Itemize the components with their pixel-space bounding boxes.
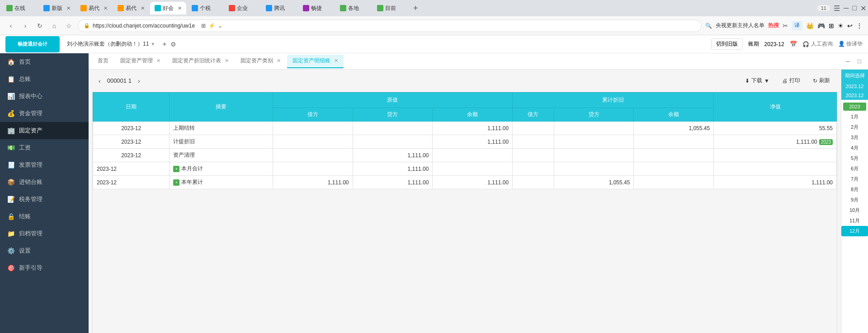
forward-btn[interactable]: › <box>20 20 31 31</box>
browser-tab-geshui[interactable]: 个税 <box>187 2 223 14</box>
brightness-icon[interactable]: ☀ <box>838 22 844 29</box>
url-bar[interactable]: 🔒 https://cloud.chanjet.com/accounting/u… <box>78 19 702 32</box>
tab-close-yidai1[interactable]: ✕ <box>104 5 108 11</box>
notification-count[interactable]: 11 <box>817 5 830 11</box>
browser-tab-new[interactable]: 新版 ✕ <box>39 2 75 14</box>
browser-tab-online[interactable]: 在线 <box>2 2 38 14</box>
app-tab-close-category[interactable]: ✕ <box>277 58 281 64</box>
refresh-btn[interactable]: ↻ 刷新 <box>809 75 834 86</box>
sidebar-item-archive[interactable]: 📁 归档管理 <box>0 225 89 242</box>
app-tab-close-depreciation[interactable]: ✕ <box>225 58 229 64</box>
col-accum-credit: 贷方 <box>554 108 634 122</box>
table-row: 2023-12 + 本月合计 1,111.00 <box>93 162 837 176</box>
browser-tab-qiye[interactable]: 企业 <box>224 2 260 14</box>
window-maximize-btn[interactable]: □ <box>854 56 864 66</box>
grid-icon[interactable]: ⊞ <box>829 22 834 29</box>
user-service-btn[interactable]: 🎧 人工咨询 <box>802 40 833 48</box>
browser-tab-yidai1[interactable]: 易代 ✕ <box>76 2 112 14</box>
tab-close-yidai2[interactable]: ✕ <box>141 5 145 11</box>
browser-menu-icon[interactable]: ☰ <box>834 4 840 13</box>
sidebar-item-home[interactable]: 🏠 首页 <box>0 53 89 70</box>
undo-icon[interactable]: ↩ <box>847 22 853 29</box>
boost-icon[interactable]: ⚡ <box>208 23 215 29</box>
next-page-btn[interactable]: › <box>135 76 143 85</box>
period-month-6[interactable]: 6月 <box>841 164 868 174</box>
sidebar-item-guide[interactable]: 🎯 新手引导 <box>0 259 89 277</box>
tab-close-new[interactable]: ✕ <box>66 5 71 11</box>
back-btn[interactable]: ‹ <box>5 20 16 31</box>
browser-maximize-btn[interactable]: □ <box>852 4 857 12</box>
sidebar-item-tax[interactable]: 📝 税务管理 <box>0 191 89 208</box>
browser-close-btn[interactable]: ✕ <box>860 4 866 13</box>
period-month-4[interactable]: 4月 <box>841 143 868 153</box>
sidebar-item-close[interactable]: 🔒 结账 <box>0 208 89 225</box>
period-month-5[interactable]: 5月 <box>841 153 868 164</box>
switch-version-btn[interactable]: 切到旧版 <box>711 38 743 50</box>
tab-close-haohui[interactable]: ✕ <box>178 5 182 11</box>
sidebar-item-reports[interactable]: 📊 报表中心 <box>0 88 89 105</box>
period-month-12[interactable]: 12月 <box>841 226 868 236</box>
prev-page-btn[interactable]: ‹ <box>96 76 104 85</box>
period-month-9[interactable]: 9月 <box>841 195 868 205</box>
window-minimize-btn[interactable]: ─ <box>843 56 853 66</box>
period-month-10[interactable]: 10月 <box>841 205 868 216</box>
cell-orig-balance: 1,111.00 <box>433 176 513 189</box>
tab-icon-geshui <box>192 5 198 11</box>
scissors-icon[interactable]: ✂ <box>783 22 788 29</box>
browser-tab-haohui[interactable]: 好会 ✕ <box>150 2 186 14</box>
bookmark-btn[interactable]: ☆ <box>63 20 74 31</box>
col-orig-credit: 贷方 <box>353 108 433 122</box>
sidebar-item-fixed[interactable]: 🏢 固定资产 <box>0 122 89 139</box>
print-btn[interactable]: 🖨 打印 <box>778 75 804 86</box>
translate-btn[interactable]: 译 <box>792 21 802 30</box>
period-month-8[interactable]: 8月 <box>841 184 868 195</box>
app-tab-home[interactable]: 首页 <box>92 55 114 68</box>
settings-cog-icon[interactable]: ⚙ <box>170 41 176 48</box>
app-tab-detail-ledger[interactable]: 固定资产明细账 ✕ <box>287 55 344 68</box>
period-month-7[interactable]: 7月 <box>841 174 868 184</box>
gamepad-icon[interactable]: 🎮 <box>817 22 825 29</box>
app-tab-close-detail-ledger[interactable]: ✕ <box>334 58 338 64</box>
expand-icon[interactable]: ⌄ <box>218 23 222 29</box>
page-num-text: 000001 <box>107 77 127 84</box>
download-btn[interactable]: ⬇ 下载 ▼ <box>741 75 773 86</box>
home-btn[interactable]: ⌂ <box>49 20 60 31</box>
cell-orig-credit <box>353 135 433 149</box>
sidebar-item-salary[interactable]: 💵 工资 <box>0 139 89 156</box>
app-tab-close-fixed-mgmt[interactable]: ✕ <box>156 58 160 64</box>
period-year-2023[interactable]: 2023 <box>843 103 866 111</box>
period-month-2[interactable]: 2月 <box>841 122 868 132</box>
reload-btn[interactable]: ↻ <box>34 20 45 31</box>
calendar-icon[interactable]: 📅 <box>790 41 797 47</box>
new-tab-btn[interactable]: + <box>413 4 418 13</box>
qr-icon[interactable]: ⊞ <box>201 23 206 29</box>
browser-tab-muqian[interactable]: 目前 <box>373 2 409 14</box>
cell-accum-debit <box>513 176 554 189</box>
app-tab-depreciation[interactable]: 固定资产折旧统计表 ✕ <box>167 55 234 68</box>
app-tab-category[interactable]: 固定资产类别 ✕ <box>235 55 286 68</box>
period-month-1[interactable]: 1月 <box>841 112 868 122</box>
cell-net-value: 1,111.00 <box>714 176 837 189</box>
browser-chrome: 在线 新版 ✕ 易代 ✕ 易代 ✕ 好会 ✕ 个税 企业 <box>0 0 868 35</box>
browser-tab-gedi[interactable]: 各地 <box>335 2 372 14</box>
sidebar-item-funds[interactable]: 💰 资金管理 <box>0 105 89 122</box>
browser-minimize-btn[interactable]: ─ <box>844 4 849 12</box>
browser-settings-icon[interactable]: ⋮ <box>856 22 863 29</box>
browser-tab-changjie[interactable]: 畅捷 <box>298 2 335 14</box>
user-avatar[interactable]: 👤 徐译华 <box>838 40 863 48</box>
app-tab-fixed-mgmt[interactable]: 固定资产管理 ✕ <box>115 55 166 68</box>
ledger-nav-row: ‹ 000001 1 › ⬇ 下载 ▼ <box>92 73 837 88</box>
sidebar-item-general[interactable]: 📋 总账 <box>0 70 89 88</box>
sidebar-item-invoice[interactable]: 🧾 发票管理 <box>0 156 89 174</box>
add-company-btn[interactable]: + <box>162 40 166 48</box>
crown-icon[interactable]: 👑 <box>806 22 814 29</box>
sidebar-item-inventory[interactable]: 📦 进销台账 <box>0 174 89 191</box>
period-month-11[interactable]: 11月 <box>841 216 868 226</box>
company-selector[interactable]: 刘小艳演示账套（勿删勿动！）11 ▼ <box>63 40 159 48</box>
browser-tab-yidai2[interactable]: 易代 ✕ <box>113 2 149 14</box>
period-month-3[interactable]: 3月 <box>841 132 868 143</box>
sidebar-item-settings[interactable]: ⚙️ 设置 <box>0 242 89 259</box>
cell-accum-debit <box>513 122 554 135</box>
browser-tab-tengxun[interactable]: 腾讯 <box>261 2 297 14</box>
app-tab-detail-ledger-label: 固定资产明细账 <box>292 57 330 65</box>
